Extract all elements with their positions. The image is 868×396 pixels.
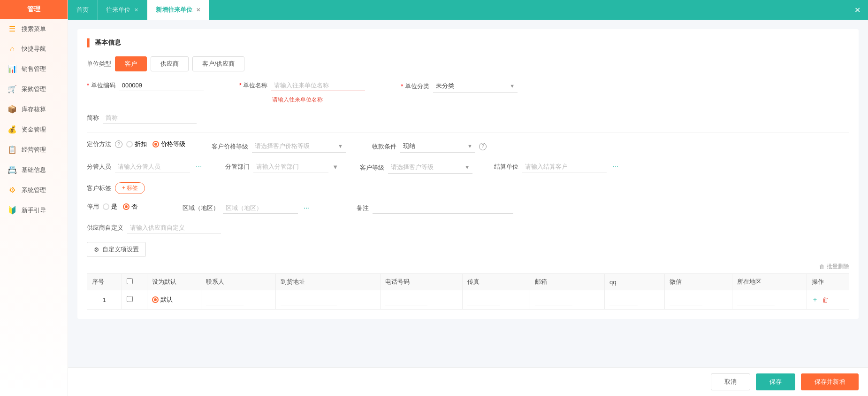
- sidebar-item-finance[interactable]: 💰 资金管理: [0, 119, 68, 140]
- sidebar-item-ops[interactable]: 📋 经营管理: [0, 140, 68, 160]
- col-qq: qq: [605, 274, 665, 290]
- tab-new-partner-close[interactable]: ✕: [196, 7, 200, 13]
- window-close-button[interactable]: ✕: [847, 0, 868, 20]
- save-button[interactable]: 保存: [756, 373, 795, 390]
- sidebar-item-sales[interactable]: 📊 销售管理: [0, 59, 68, 79]
- dept-input[interactable]: [253, 161, 328, 172]
- wechat-input[interactable]: [670, 294, 702, 305]
- separator-1: [87, 132, 849, 132]
- cell-phone[interactable]: [380, 290, 462, 310]
- cell-checkbox: [122, 290, 147, 310]
- sidebar-item-guide[interactable]: 🔰 新手引导: [0, 200, 68, 220]
- fax-input[interactable]: [467, 294, 500, 305]
- sidebar-item-system[interactable]: ⚙ 系统管理: [0, 180, 68, 200]
- tab-home[interactable]: 首页: [68, 0, 98, 20]
- sidebar-item-quicknav[interactable]: ⌂ 快捷导航: [0, 39, 68, 59]
- manager-more-icon[interactable]: ···: [194, 163, 204, 171]
- cancel-button[interactable]: 取消: [711, 373, 750, 390]
- disabled-radio-no[interactable]: 否: [123, 202, 137, 211]
- supplier-custom-input[interactable]: [127, 222, 221, 233]
- payment-select[interactable]: 现结 ▼: [400, 140, 475, 153]
- unit-type-group: 单位类型 客户 供应商 客户/供应商: [87, 56, 244, 71]
- type-btn-customer[interactable]: 客户: [115, 56, 147, 71]
- batch-delete-label: 批量删除: [827, 263, 849, 271]
- contact-table: 序号 设为默认 联系人 到货地址 电话号码 传真 邮箱 qq 微信 所在地区: [87, 273, 849, 310]
- gear-icon: ⚙: [94, 246, 99, 253]
- settlement-input[interactable]: [522, 161, 607, 172]
- unit-code-input[interactable]: [119, 80, 204, 91]
- unit-code-group: 单位编码: [87, 80, 204, 91]
- main-area: 首页 往来单位 ✕ 新增往来单位 ✕ ✕ ▌ 基本信息 单位类型 客户: [68, 0, 868, 396]
- manager-input[interactable]: [115, 161, 190, 172]
- cell-contact[interactable]: [201, 290, 276, 310]
- customer-price-select[interactable]: 请选择客户价格等级 ▼: [252, 140, 346, 153]
- add-tag-button[interactable]: + 标签: [115, 182, 145, 194]
- ops-icon: 📋: [8, 145, 17, 154]
- home-icon: ⌂: [8, 45, 17, 53]
- cell-wechat[interactable]: [664, 290, 732, 310]
- cell-region[interactable]: [732, 290, 807, 310]
- sidebar-item-basic[interactable]: 📇 基础信息: [0, 160, 68, 180]
- phone-input[interactable]: [385, 294, 427, 305]
- row-checkbox[interactable]: [127, 296, 133, 302]
- settlement-label: 结算单位: [494, 163, 518, 171]
- unit-type-row: 单位类型 客户 供应商 客户/供应商: [87, 56, 849, 71]
- tags-label: 客户标签: [87, 184, 111, 193]
- sidebar-item-label: 快捷导航: [22, 45, 46, 53]
- basic-info-card: ▌ 基本信息 单位类型 客户 供应商 客户/供应商 单位编码: [77, 29, 859, 319]
- save-new-button[interactable]: 保存并新增: [801, 373, 859, 390]
- sidebar-item-purchase[interactable]: 🛒 采购管理: [0, 79, 68, 99]
- sidebar-item-label: 新手引导: [22, 206, 46, 215]
- disabled-radio-yes[interactable]: 是: [103, 202, 117, 211]
- row-add-icon[interactable]: ＋: [812, 295, 818, 304]
- type-btn-both[interactable]: 客户/供应商: [192, 56, 244, 71]
- cell-address[interactable]: [276, 290, 381, 310]
- payment-help-icon[interactable]: ?: [479, 143, 487, 150]
- manager-row: 分管人员 ··· 分管部门 ▼ 客户等级 请选择客户等级 ▼: [87, 161, 849, 174]
- tab-partners-close[interactable]: ✕: [134, 7, 138, 13]
- row-delete-icon[interactable]: 🗑: [822, 296, 829, 303]
- search-icon: ☰: [8, 24, 17, 33]
- address-input[interactable]: [281, 294, 337, 305]
- region-cell-input[interactable]: [737, 294, 775, 305]
- unit-category-select[interactable]: 未分类 ▼: [433, 80, 518, 93]
- sidebar-item-inventory[interactable]: 📦 库存核算: [0, 99, 68, 119]
- pricing-radio-level[interactable]: 价格等级: [152, 140, 185, 148]
- col-wechat: 微信: [664, 274, 732, 290]
- unit-category-value: 未分类: [436, 82, 508, 90]
- pricing-help-icon[interactable]: ?: [115, 140, 122, 148]
- select-all-checkbox[interactable]: [127, 278, 133, 284]
- payment-label: 收款条件: [372, 142, 396, 151]
- cell-fax[interactable]: [463, 290, 530, 310]
- unit-name-input[interactable]: [271, 80, 365, 91]
- sidebar-logo: 管理: [0, 0, 68, 19]
- type-btn-supplier[interactable]: 供应商: [151, 56, 189, 71]
- cell-qq[interactable]: [605, 290, 665, 310]
- tab-new-partner[interactable]: 新增往来单位 ✕: [147, 0, 209, 20]
- email-input[interactable]: [535, 294, 572, 305]
- region-more-icon[interactable]: ···: [302, 204, 312, 212]
- custom-settings-button[interactable]: ⚙ 自定义项设置: [87, 242, 146, 257]
- settlement-more-icon[interactable]: ···: [610, 163, 620, 171]
- qq-input[interactable]: [609, 294, 638, 305]
- customer-level-group: 客户等级 请选择客户等级 ▼: [360, 161, 472, 174]
- contact-input[interactable]: [206, 294, 244, 305]
- remark-input[interactable]: [373, 202, 513, 214]
- content-area: ▌ 基本信息 单位类型 客户 供应商 客户/供应商 单位编码: [68, 20, 868, 367]
- cell-email[interactable]: [530, 290, 604, 310]
- pricing-radio-discount[interactable]: 折扣: [126, 140, 147, 148]
- custom-settings-label: 自定义项设置: [102, 245, 139, 254]
- customer-level-select[interactable]: 请选择客户等级 ▼: [388, 161, 472, 174]
- sidebar-item-search[interactable]: ☰ 搜索菜单: [0, 19, 68, 39]
- inventory-icon: 📦: [8, 105, 17, 114]
- short-name-input[interactable]: [103, 112, 197, 124]
- payment-value: 现结: [403, 142, 465, 150]
- unit-name-group: 单位名称 请输入往来单位名称: [239, 80, 365, 104]
- batch-delete-button[interactable]: 🗑 批量删除: [87, 263, 849, 271]
- region-input[interactable]: [223, 202, 298, 214]
- default-label: 默认: [160, 295, 173, 304]
- default-radio[interactable]: 默认: [152, 295, 196, 304]
- tab-partners[interactable]: 往来单位 ✕: [98, 0, 147, 20]
- manager-label: 分管人员: [87, 163, 111, 171]
- pricing-row: 定价方法 ? 折扣 价格等级 客户价格等级: [87, 140, 849, 153]
